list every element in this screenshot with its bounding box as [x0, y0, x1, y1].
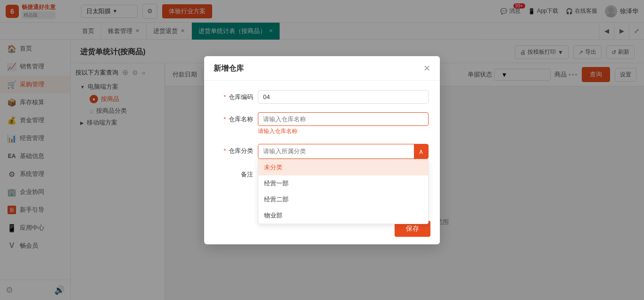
modal-close-button[interactable]: ✕	[423, 64, 430, 73]
code-label: * 仓库编码	[215, 90, 258, 101]
category-control: ∧ 未分类经营一部经营二部物业部	[258, 144, 429, 159]
name-field-row: * 仓库名称 请输入仓库名称	[215, 112, 429, 135]
dropdown-item-1[interactable]: 经营一部	[258, 175, 428, 192]
new-warehouse-modal: 新增仓库 ✕ * 仓库编码 * 仓库名称	[204, 56, 440, 244]
code-input[interactable]	[258, 90, 429, 104]
category-field-row: * 仓库分类 ∧ 未分类经营一部经营二部物业部	[215, 144, 429, 159]
dropdown-item-2[interactable]: 经营二部	[258, 192, 428, 208]
name-input[interactable]	[258, 112, 429, 126]
name-error-msg: 请输入仓库名称	[258, 127, 429, 135]
category-select-wrap: ∧	[258, 144, 429, 159]
code-control	[258, 90, 429, 104]
dropdown-item-0[interactable]: 未分类	[258, 159, 428, 175]
category-input[interactable]	[258, 145, 414, 158]
dropdown-item-3[interactable]: 物业部	[258, 208, 428, 224]
modal-overlay: 新增仓库 ✕ * 仓库编码 * 仓库名称	[0, 0, 644, 300]
code-field-row: * 仓库编码	[215, 90, 429, 104]
category-chevron[interactable]: ∧	[414, 144, 428, 158]
category-label: * 仓库分类	[215, 144, 258, 155]
category-dropdown: 未分类经营一部经营二部物业部	[258, 159, 429, 224]
modal-header: 新增仓库 ✕	[204, 56, 440, 81]
modal-body: * 仓库编码 * 仓库名称 请输入仓库名称	[204, 81, 440, 215]
notes-label: 备注	[215, 167, 258, 179]
name-label: * 仓库名称	[215, 112, 258, 124]
modal-title: 新增仓库	[214, 64, 244, 74]
name-control: 请输入仓库名称	[258, 112, 429, 135]
